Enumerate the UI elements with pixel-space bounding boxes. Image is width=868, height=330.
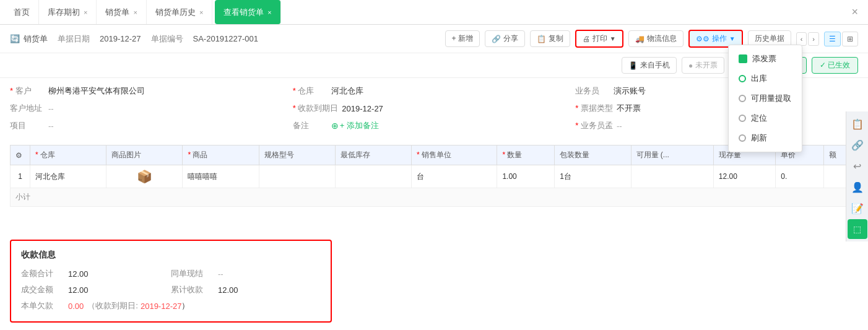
payment-info-box: 收款信息 金额合计 12.00 同单现结 -- 成交金额 12.00 累计收款 … xyxy=(10,240,332,323)
prev-button[interactable]: ‹ xyxy=(796,32,807,46)
nav-arrows: ‹ › xyxy=(796,32,819,46)
print-button[interactable]: 🖨 打印 ▼ xyxy=(575,30,623,48)
payment-info-title: 收款信息 xyxy=(21,250,321,261)
tab-inventory-start[interactable]: 库存期初 × xyxy=(39,0,97,24)
ticket-type-label: 票据类型 xyxy=(575,103,613,114)
warehouse-value: 河北仓库 xyxy=(331,85,363,97)
tab-view-sales[interactable]: 查看销货单 × xyxy=(215,0,280,24)
add-invoice-icon xyxy=(739,54,747,63)
tab-sales-order-close[interactable]: × xyxy=(133,9,137,16)
tab-sales-history[interactable]: 销货单历史 × xyxy=(147,0,212,24)
add-invoice-item[interactable]: 添发票 xyxy=(729,49,802,69)
available-qty-item[interactable]: 可用量提取 xyxy=(729,89,802,108)
tab-sales-history-close[interactable]: × xyxy=(199,9,203,16)
logistics-label: 物流信息 xyxy=(647,33,677,44)
new-button[interactable]: + 新增 xyxy=(445,30,480,47)
refresh-item[interactable]: 刷新 xyxy=(729,128,802,148)
sidebar-icon-6[interactable]: ⬚ xyxy=(848,219,867,239)
same-order-row: 同单现结 -- xyxy=(171,267,321,280)
arrears-row: 本单欠款 0.00 （收款到期日: 2019-12-27 ） xyxy=(21,299,321,313)
add-remark-button[interactable]: ⊕ + 添加备注 xyxy=(331,120,379,131)
product-table: ⚙ 仓库 商品图片 商品 规格型号 最低库存 销售单位 数量 包装数量 可用量 … xyxy=(10,145,858,207)
grid-view-button[interactable]: ⊞ xyxy=(842,32,858,46)
gear-icon: ⚙ xyxy=(15,151,22,160)
sidebar-icon-1[interactable]: 📋 xyxy=(848,114,867,134)
doc-icon: 🔄 xyxy=(10,34,20,43)
total-label: 金额合计 xyxy=(21,268,64,279)
operate-arrow: ▼ xyxy=(729,35,736,42)
same-order-value: -- xyxy=(218,269,224,279)
warehouse-label: 仓库 xyxy=(293,85,328,97)
copy-label: 复制 xyxy=(549,33,563,44)
due-date-value: 2019-12-27 xyxy=(342,104,383,113)
number-label: 单据编号 xyxy=(151,33,183,45)
print-arrow: ▼ xyxy=(610,35,616,42)
customer-label: 客户 xyxy=(10,85,45,97)
arrears-close: ） xyxy=(181,300,189,311)
col-warehouse: 仓库 xyxy=(30,145,106,165)
next-button[interactable]: › xyxy=(808,32,819,46)
row-no: 1 xyxy=(11,165,30,188)
window-close-button[interactable]: × xyxy=(846,6,863,19)
doc-title: 🔄 销货单 xyxy=(10,33,48,45)
add-icon: ⊕ xyxy=(331,121,339,131)
tab-inventory-start-label: 库存期初 xyxy=(48,7,80,18)
date-label: 单据日期 xyxy=(58,33,90,45)
copy-button[interactable]: 📋 复制 xyxy=(530,30,570,47)
row-spec xyxy=(259,165,335,188)
view-toggle: ☰ ⊞ xyxy=(824,32,858,46)
outbound-icon xyxy=(739,75,746,82)
effective-button[interactable]: ✓ 已生效 xyxy=(812,57,858,74)
table-area: ⚙ 仓库 商品图片 商品 规格型号 最低库存 销售单位 数量 包装数量 可用量 … xyxy=(0,145,868,232)
col-package-qty: 包装数量 xyxy=(555,145,631,165)
row-product: 嘻嘻嘻嘻 xyxy=(183,165,259,188)
tab-inventory-start-close[interactable]: × xyxy=(84,9,87,16)
row-quantity: 1.00 xyxy=(497,165,555,188)
row-package-qty: 1台 xyxy=(555,165,631,188)
new-label: + 新增 xyxy=(452,33,473,44)
share-icon: 🔗 xyxy=(492,35,501,43)
locate-item[interactable]: 定位 xyxy=(729,108,802,128)
sidebar-icon-3[interactable]: ↩ xyxy=(848,156,867,176)
deal-amount-row: 成交金额 12.00 xyxy=(21,283,171,297)
tab-sales-order[interactable]: 销货单 × xyxy=(97,0,146,24)
clerk2-value: -- xyxy=(617,121,622,131)
customer-value: 柳州粤港平安气体有限公司 xyxy=(48,85,145,97)
tab-home-label: 首页 xyxy=(14,7,30,18)
warehouse-field: 仓库 河北仓库 xyxy=(293,85,576,97)
col-spec: 规格型号 xyxy=(259,145,335,165)
col-quantity: 数量 xyxy=(497,145,555,165)
col-product: 商品 xyxy=(183,145,259,165)
sidebar-icon-5[interactable]: 📝 xyxy=(848,198,867,218)
logistics-button[interactable]: 🚚 物流信息 xyxy=(628,30,684,47)
row-available xyxy=(631,165,713,188)
tab-view-sales-close[interactable]: × xyxy=(267,9,271,16)
arrears-date: 2019-12-27 xyxy=(141,302,182,311)
subtotal-label: 小计 xyxy=(11,188,858,207)
not-open-button[interactable]: ● 未开票 xyxy=(682,57,724,74)
from-phone-button[interactable]: 📱 来自手机 xyxy=(622,57,677,74)
add-invoice-label: 添发票 xyxy=(752,53,776,64)
refresh-icon xyxy=(739,134,746,142)
arrears-value: 0.00 xyxy=(68,302,84,311)
project-label: 项目 xyxy=(10,120,45,131)
tab-home[interactable]: 首页 xyxy=(5,0,39,24)
col-settings[interactable]: ⚙ xyxy=(11,145,30,165)
col-unit: 销售单位 xyxy=(412,145,497,165)
col-available: 可用量 (... xyxy=(631,145,713,165)
cumulative-value: 12.00 xyxy=(218,285,238,295)
locate-icon xyxy=(739,115,746,122)
address-field: 客户地址 -- xyxy=(10,103,293,114)
operate-icon: ⚙⚙ xyxy=(696,35,710,43)
locate-label: 定位 xyxy=(751,113,767,124)
sidebar-icon-4[interactable]: 👤 xyxy=(848,177,867,197)
list-view-button[interactable]: ☰ xyxy=(824,32,841,46)
outbound-item[interactable]: 出库 xyxy=(729,69,802,89)
doc-title-text: 销货单 xyxy=(24,33,48,45)
clerk-value: 演示账号 xyxy=(614,85,646,97)
share-button[interactable]: 🔗 分享 xyxy=(485,30,525,47)
due-date-label: 收款到期日 xyxy=(293,103,339,114)
sidebar-icon-2[interactable]: 🔗 xyxy=(848,135,867,155)
tab-sales-order-label: 销货单 xyxy=(105,7,129,18)
tab-sales-history-label: 销货单历史 xyxy=(155,7,196,18)
